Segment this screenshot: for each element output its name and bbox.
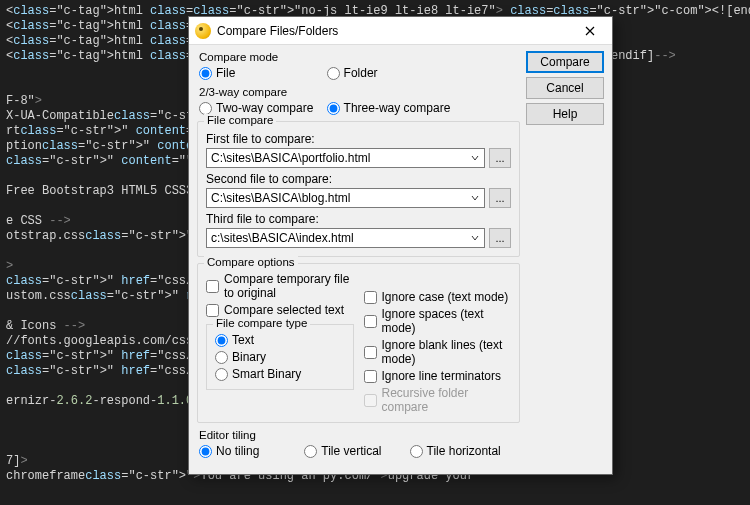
opt-ignore-term[interactable]: Ignore line terminators [364, 369, 512, 383]
first-file-browse[interactable]: ... [489, 148, 511, 168]
compare-options-group: Compare options Compare temporary file t… [197, 263, 520, 423]
third-file-label: Third file to compare: [206, 212, 511, 226]
second-file-input[interactable] [206, 188, 485, 208]
app-icon [195, 23, 211, 39]
type-smart-radio[interactable]: Smart Binary [215, 367, 345, 381]
type-text-radio[interactable]: Text [215, 333, 345, 347]
compare-mode-group: Compare mode File Folder [197, 51, 520, 80]
first-file-input[interactable] [206, 148, 485, 168]
opt-recursive: Recursive folder compare [364, 386, 512, 414]
titlebar: Compare Files/Folders [189, 17, 612, 45]
help-button[interactable]: Help [526, 103, 604, 125]
opt-ignore-blank[interactable]: Ignore blank lines (text mode) [364, 338, 512, 366]
second-file-browse[interactable]: ... [489, 188, 511, 208]
third-file-browse[interactable]: ... [489, 228, 511, 248]
file-compare-group: File compare First file to compare: ... … [197, 121, 520, 257]
opt-ignore-case[interactable]: Ignore case (text mode) [364, 290, 512, 304]
opt-ignore-spaces[interactable]: Ignore spaces (text mode) [364, 307, 512, 335]
cancel-button[interactable]: Cancel [526, 77, 604, 99]
close-button[interactable] [574, 20, 606, 42]
first-file-label: First file to compare: [206, 132, 511, 146]
tiling-vert-radio[interactable]: Tile vertical [304, 444, 409, 458]
compare-dialog: Compare Files/Folders Compare mode File … [188, 16, 613, 475]
way-compare-group: 2/3-way compare Two-way compare Three-wa… [197, 86, 520, 115]
third-file-input[interactable] [206, 228, 485, 248]
three-way-radio[interactable]: Three-way compare [327, 101, 455, 115]
editor-tiling-group: Editor tiling No tiling Tile vertical Ti… [197, 429, 520, 458]
opt-temp-original[interactable]: Compare temporary file to original [206, 272, 354, 300]
close-icon [585, 26, 595, 36]
second-file-label: Second file to compare: [206, 172, 511, 186]
mode-file-radio[interactable]: File [199, 66, 327, 80]
dialog-title: Compare Files/Folders [217, 24, 574, 38]
file-compare-type-group: File compare type Text Binary Smart Bina… [206, 324, 354, 390]
opt-selected-text[interactable]: Compare selected text [206, 303, 354, 317]
tiling-horiz-radio[interactable]: Tile horizontal [410, 444, 515, 458]
tiling-none-radio[interactable]: No tiling [199, 444, 304, 458]
mode-folder-radio[interactable]: Folder [327, 66, 455, 80]
two-way-radio[interactable]: Two-way compare [199, 101, 327, 115]
compare-button[interactable]: Compare [526, 51, 604, 73]
type-binary-radio[interactable]: Binary [215, 350, 345, 364]
